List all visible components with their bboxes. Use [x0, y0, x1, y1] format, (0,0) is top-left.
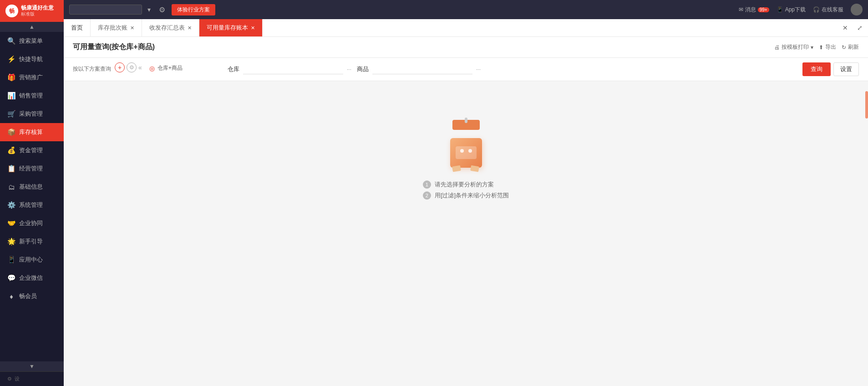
tab-available-ledger[interactable]: 可用量库存账本 ✕: [199, 19, 263, 36]
query-section: 按以下方案查询 + ⚙ « ◎ 仓库+商品 仓库 ···: [64, 58, 868, 81]
sidebar-item-cooperation[interactable]: 🤝 企业协同: [0, 214, 64, 232]
search-input[interactable]: [69, 5, 142, 15]
empty-hint-2: 2 用[过滤]条件来缩小分析范围: [423, 191, 509, 200]
inventory-icon: 📦: [7, 128, 15, 136]
filter-collapse-button[interactable]: «: [138, 64, 142, 71]
gift-icon: 🎁: [7, 73, 15, 82]
wechat-icon: 💬: [7, 274, 15, 282]
warehouse-field-group: 仓库 ···: [228, 65, 351, 74]
sidebar-logo: 畅: [5, 5, 18, 17]
sidebar-item-inventory[interactable]: 📦 库存核算: [0, 123, 64, 141]
sidebar-scroll-down[interactable]: ▼: [0, 361, 64, 371]
handshake-icon: 🤝: [7, 219, 15, 227]
sidebar-item-guide[interactable]: 🌟 新手引导: [0, 232, 64, 251]
left-panel: 按以下方案查询 + ⚙ « ◎ 仓库+商品: [73, 62, 228, 74]
sidebar-scroll-up[interactable]: ▲: [0, 22, 64, 32]
online-support-button[interactable]: 🎧 在线客服: [813, 6, 843, 14]
sidebar-item-wechat[interactable]: 💬 企业微信: [0, 269, 64, 287]
sidebar-title: 畅康通好生意: [21, 5, 54, 11]
right-scrollbar[interactable]: [865, 91, 868, 118]
sidebar-item-basic-info[interactable]: 🗂 基础信息: [0, 178, 64, 196]
filter-scheme-item[interactable]: ◎ 仓库+商品: [146, 62, 186, 74]
topbar: ▾ ⚙ 体验行业方案 ✉ 消息 99+ 📱 App下载 🎧 在线客服: [64, 0, 868, 19]
export-icon: ⬆: [819, 44, 823, 51]
sidebar-item-sales[interactable]: 📊 销售管理: [0, 87, 64, 105]
folder-icon: 🗂: [7, 183, 15, 191]
topbar-right: ✉ 消息 99+ 📱 App下载 🎧 在线客服: [739, 4, 863, 15]
sidebar-item-system[interactable]: ⚙️ 系统管理: [0, 196, 64, 214]
search-icon: 🔍: [7, 37, 15, 45]
filter-add-button[interactable]: +: [115, 62, 125, 72]
settings-button[interactable]: 设置: [833, 62, 859, 76]
sidebar-item-finance[interactable]: 💰 资金管理: [0, 141, 64, 160]
sidebar-item-marketing[interactable]: 🎁 营销推广: [0, 68, 64, 87]
gear-icon: ⚙️: [7, 201, 15, 209]
cart-icon: 🛒: [7, 110, 15, 118]
goods-field-group: 商品 ···: [357, 65, 481, 74]
sidebar-item-shortcut[interactable]: ⚡ 快捷导航: [0, 50, 64, 68]
experience-button[interactable]: 体验行业方案: [172, 4, 215, 15]
goods-more-button[interactable]: ···: [476, 66, 481, 72]
refresh-icon: ↻: [842, 44, 846, 51]
message-badge: 99+: [758, 7, 769, 12]
refresh-button[interactable]: ↻ 刷新: [842, 43, 859, 51]
sidebar-item-purchase[interactable]: 🛒 采购管理: [0, 105, 64, 123]
tab-close-receipt-summary[interactable]: ✕: [188, 25, 192, 31]
goods-input[interactable]: [372, 65, 472, 74]
print-dropdown-icon: ▾: [811, 44, 813, 51]
star-icon: 🌟: [7, 237, 15, 246]
phone-icon: 📱: [777, 6, 783, 13]
hint-number-2: 2: [423, 191, 431, 200]
sidebar-footer: ⚙ 设: [0, 371, 64, 386]
shortcut-icon: ⚡: [7, 55, 15, 63]
warehouse-label: 仓库: [228, 65, 239, 73]
query-button[interactable]: 查询: [802, 62, 831, 76]
sidebar-item-member[interactable]: ♦ 畅会员: [0, 287, 64, 305]
tab-home[interactable]: 首页: [64, 19, 91, 36]
tab-expand-button[interactable]: ⤢: [853, 21, 866, 34]
sidebar-item-operations[interactable]: 📋 经营管理: [0, 160, 64, 178]
page-title: 可用量查询(按仓库+商品): [73, 42, 155, 52]
empty-state: 1 请先选择要分析的方案 2 用[过滤]条件来缩小分析范围: [64, 81, 868, 236]
sidebar-nav: 🔍 搜索菜单 ⚡ 快捷导航 🎁 营销推广 📊 销售管理 🛒 采购管理 📦 库存核…: [0, 32, 64, 361]
warehouse-more-button[interactable]: ···: [347, 66, 351, 72]
empty-hint-1: 1 请先选择要分析的方案: [423, 180, 509, 189]
search-dropdown-button[interactable]: ▾: [146, 5, 152, 14]
robot-antenna: [465, 118, 467, 123]
sidebar-item-search[interactable]: 🔍 搜索菜单: [0, 32, 64, 50]
diamond-icon: ♦: [7, 293, 15, 300]
money-icon: 💰: [7, 146, 15, 154]
message-icon: ✉: [739, 6, 743, 13]
sidebar-item-apps[interactable]: 📱 应用中心: [0, 251, 64, 269]
filter-label: 按以下方案查询: [73, 62, 111, 73]
print-icon: 🖨: [774, 44, 780, 51]
sidebar-header: 畅 畅康通好生意 标准版: [0, 0, 64, 22]
right-panel: 仓库 ··· 商品 ··· 查询 设置: [228, 62, 859, 76]
page-actions: 🖨 按模板打印 ▾ ⬆ 导出 ↻ 刷新: [774, 43, 859, 51]
goods-label: 商品: [357, 65, 369, 73]
settings-footer-icon: ⚙: [7, 376, 12, 382]
tab-close-all-button[interactable]: ✕: [839, 21, 852, 34]
print-button[interactable]: 🖨 按模板打印 ▾: [774, 43, 813, 51]
warehouse-input[interactable]: [243, 65, 343, 74]
tab-close-available-ledger[interactable]: ✕: [251, 25, 255, 31]
tabs-right-controls: ✕ ⤢: [839, 21, 868, 34]
page-header: 可用量查询(按仓库+商品) 🖨 按模板打印 ▾ ⬆ 导出 ↻ 刷新: [64, 37, 868, 58]
app-download-button[interactable]: 📱 App下载: [777, 6, 806, 14]
sidebar: 畅 畅康通好生意 标准版 ▲ 🔍 搜索菜单 ⚡ 快捷导航 🎁 营销推广 📊 销售…: [0, 0, 64, 386]
message-button[interactable]: ✉ 消息 99+: [739, 6, 769, 14]
app-icon: 📱: [7, 256, 15, 264]
headset-icon: 🎧: [813, 6, 820, 13]
right-actions: 查询 设置: [802, 62, 859, 76]
scheme-icon: ◎: [149, 65, 155, 72]
tab-receipt-summary[interactable]: 收发存汇总表 ✕: [142, 19, 199, 36]
tab-batch-ledger[interactable]: 库存批次账 ✕: [91, 19, 142, 36]
filter-settings-button[interactable]: ⚙: [127, 62, 137, 72]
empty-hints: 1 请先选择要分析的方案 2 用[过滤]条件来缩小分析范围: [423, 180, 509, 200]
report-icon: 📋: [7, 165, 15, 173]
robot-body: [450, 138, 482, 168]
topbar-gear-button[interactable]: ⚙: [156, 5, 168, 15]
export-button[interactable]: ⬆ 导出: [819, 43, 836, 51]
tab-close-batch-ledger[interactable]: ✕: [130, 25, 134, 31]
user-avatar[interactable]: [851, 4, 863, 15]
